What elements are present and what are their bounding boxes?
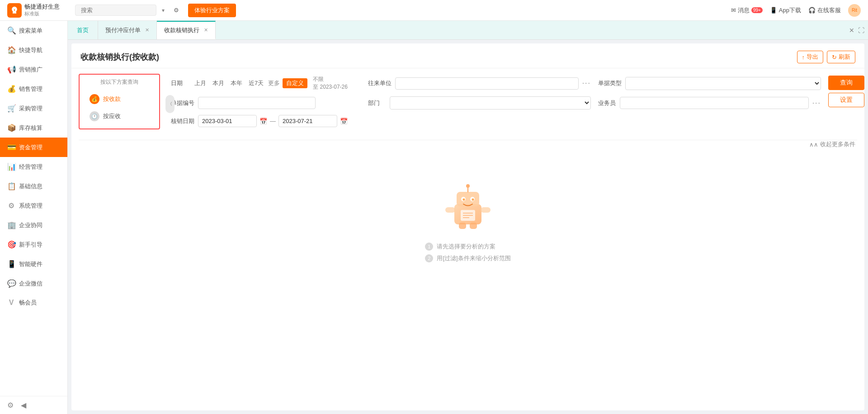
sidebar-item-basic-info[interactable]: 📋 基础信息 [0, 176, 67, 196]
filter-right: 日期 上月 本月 本年 近7天 更多 自定义 [169, 74, 864, 134]
sidebar-item-sales[interactable]: 💰 销售管理 [0, 79, 67, 99]
sidebar-collapse-icon[interactable]: ◀ [21, 401, 26, 409]
date-field: 日期 上月 本月 本年 近7天 更多 自定义 [171, 76, 361, 91]
sidebar-label-wechat: 企业微信 [19, 280, 42, 288]
tab-expand-icon[interactable]: ⛶ [858, 27, 864, 34]
sidebar-item-system[interactable]: ⚙ 系统管理 [0, 196, 67, 215]
page-title: 收款核销执行(按收款) [80, 52, 159, 62]
sidebar-label-basic-info: 基础信息 [19, 182, 42, 190]
sidebar-item-member[interactable]: V 畅会员 [0, 293, 67, 312]
tab-bar-actions: ✕ ⛶ [849, 27, 868, 34]
export-button[interactable]: ↑ 导出 [797, 51, 824, 63]
counterparty-more-icon[interactable]: ··· [582, 79, 591, 87]
sidebar-settings-icon[interactable]: ⚙ [7, 401, 14, 409]
message-item[interactable]: ✉ 消息 99+ [731, 6, 763, 14]
query-button[interactable]: 查询 [828, 76, 864, 90]
svg-rect-9 [481, 207, 491, 213]
writeoff-date-range: 📅 — 📅 [198, 115, 348, 127]
query-button-area: 查询 设置 [828, 74, 864, 134]
online-service-item[interactable]: 🎧 在线客服 [808, 6, 841, 14]
svg-rect-8 [445, 207, 455, 213]
sidebar-item-quick-nav[interactable]: 🏠 快捷导航 [0, 40, 67, 60]
department-select[interactable] [390, 96, 591, 109]
sidebar-item-inventory[interactable]: 📦 库存核算 [0, 118, 67, 138]
empty-illustration [441, 179, 495, 233]
dropdown-arrow-icon[interactable]: ▾ [162, 7, 165, 14]
basic-info-icon: 📋 [7, 182, 15, 190]
collapse-chevron-icon: ∧∧ [809, 141, 818, 148]
sidebar-item-wechat[interactable]: 💬 企业微信 [0, 274, 67, 293]
tab-prepayment-close-icon[interactable]: ✕ [145, 27, 149, 33]
date-btn-last-month[interactable]: 上月 [193, 78, 208, 88]
enterprise-icon: 🏢 [7, 221, 15, 229]
date-btn-this-month[interactable]: 本月 [211, 78, 226, 88]
department-field: 部门 [368, 96, 591, 109]
salesperson-more-icon[interactable]: ··· [812, 99, 821, 107]
collapse-more-area: ∧∧ 收起更多条件 [71, 140, 864, 152]
sidebar-item-guide[interactable]: 🎯 新手引导 [0, 235, 67, 254]
tab-prepayment[interactable]: 预付冲应付单 ✕ [98, 21, 157, 39]
sidebar-label-hardware: 智能硬件 [19, 260, 42, 268]
voucher-type-select[interactable] [625, 77, 821, 90]
main-layout: 🔍 搜索菜单 🏠 快捷导航 📢 营销推广 💰 销售管理 🛒 采购管理 📦 库存核… [0, 21, 868, 414]
top-bar-center: ▾ ⚙ 体验行业方案 [75, 4, 731, 17]
tab-receipt-writeoff[interactable]: 收款核销执行 ✕ [157, 21, 216, 39]
sidebar-item-finance[interactable]: 💳 资金管理 [0, 138, 67, 157]
sidebar-item-purchase[interactable]: 🛒 采购管理 [0, 99, 67, 118]
tab-close-all-icon[interactable]: ✕ [849, 27, 854, 34]
sidebar-label-purchase: 采购管理 [19, 105, 42, 113]
search-input[interactable] [75, 5, 156, 16]
marketing-icon: 📢 [7, 65, 15, 74]
hardware-icon: 📱 [7, 260, 15, 268]
tab-bar: 首页 预付冲应付单 ✕ 收款核销执行 ✕ ✕ ⛶ [68, 21, 868, 40]
writeoff-start-input[interactable] [198, 115, 257, 127]
filter-row-3: 核销日期 📅 — 📅 [171, 115, 821, 127]
date-range-text: 至 2023-07-26 [313, 83, 348, 91]
guide-icon: 🎯 [7, 240, 15, 249]
voucher-no-input[interactable] [198, 97, 316, 109]
date-btn-7days[interactable]: 近7天 [247, 78, 265, 88]
settings-icon[interactable]: ⚙ [170, 4, 183, 17]
by-receipt-label: 按收款 [103, 95, 121, 103]
search-icon: 🔍 [7, 26, 15, 35]
panel-collapse-button[interactable]: 《 [165, 95, 175, 113]
sidebar: 🔍 搜索菜单 🏠 快捷导航 📢 营销推广 💰 销售管理 🛒 采购管理 📦 库存核… [0, 21, 68, 414]
department-label: 部门 [368, 99, 386, 107]
sidebar-item-operations[interactable]: 📊 经营管理 [0, 157, 67, 176]
tab-home-label: 首页 [77, 26, 89, 34]
date-btn-more[interactable]: 更多 [268, 79, 280, 87]
collapse-more-button[interactable]: ∧∧ 收起更多条件 [809, 140, 855, 148]
sidebar-item-search-menu[interactable]: 🔍 搜索菜单 [0, 21, 67, 40]
writeoff-end-calendar-icon[interactable]: 📅 [340, 118, 348, 125]
sidebar-label-sales: 销售管理 [19, 85, 42, 93]
sidebar-label-finance: 资金管理 [19, 143, 42, 152]
counterparty-input[interactable] [395, 77, 579, 90]
top-bar: 畅捷通好生意 标准版 ▾ ⚙ 体验行业方案 ✉ 消息 99+ 📱 App下载 🎧… [0, 0, 868, 21]
sidebar-item-enterprise[interactable]: 🏢 企业协同 [0, 215, 67, 235]
sidebar-label-member: 畅会员 [19, 299, 37, 307]
sidebar-label-search-menu: 搜索菜单 [19, 27, 42, 35]
date-btn-custom[interactable]: 自定义 [283, 78, 307, 88]
date-btn-this-year[interactable]: 本年 [229, 78, 244, 88]
sidebar-item-marketing[interactable]: 📢 营销推广 [0, 60, 67, 79]
query-option-by-receivable[interactable]: 🕐 按应收 [85, 108, 154, 125]
tab-receipt-writeoff-close-icon[interactable]: ✕ [204, 27, 208, 33]
query-option-by-receipt[interactable]: 💰 按收款 [85, 90, 154, 108]
query-selector-panel: 按以下方案查询 💰 按收款 🕐 按应收 [79, 74, 160, 129]
filter-form: 日期 上月 本月 本年 近7天 更多 自定义 [169, 74, 828, 134]
operations-icon: 📊 [7, 162, 15, 171]
user-avatar[interactable]: Rit [848, 4, 861, 17]
page-content: 收款核销执行(按收款) ↑ 导出 ↻ 刷新 按以下方 [71, 43, 864, 410]
writeoff-end-input[interactable] [278, 115, 337, 127]
writeoff-start-calendar-icon[interactable]: 📅 [259, 118, 267, 125]
tab-home[interactable]: 首页 [68, 21, 98, 39]
industry-button[interactable]: 体验行业方案 [188, 4, 236, 17]
empty-hint-1: 1 请先选择要分析的方案 [425, 243, 510, 251]
sidebar-item-hardware[interactable]: 📱 智能硬件 [0, 254, 67, 274]
refresh-button[interactable]: ↻ 刷新 [827, 51, 855, 63]
salesperson-input[interactable] [620, 97, 809, 109]
app-download-item[interactable]: 📱 App下载 [770, 6, 801, 14]
svg-point-5 [472, 199, 474, 201]
setting-button[interactable]: 设置 [828, 93, 864, 107]
voucher-type-field: 单据类型 [598, 77, 821, 90]
